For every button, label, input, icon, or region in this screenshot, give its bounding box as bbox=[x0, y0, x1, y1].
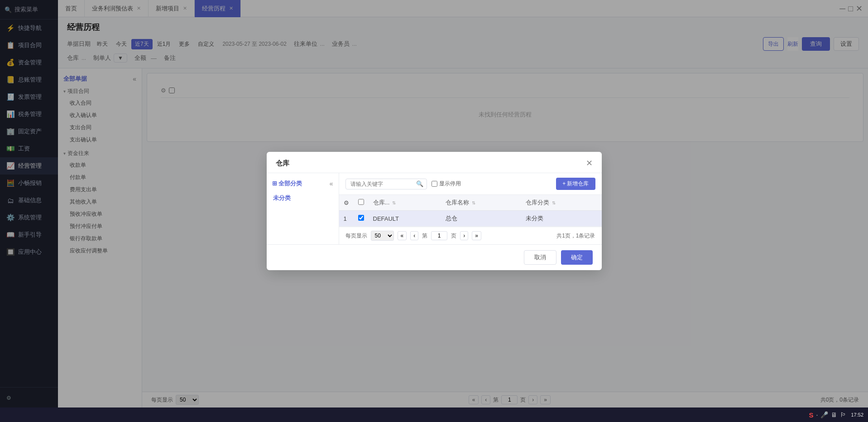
modal-left-header: ⊞ 全部分类 « bbox=[267, 178, 339, 191]
col-settings-icon[interactable]: ⚙ bbox=[344, 199, 349, 206]
modal-header: 仓库 ✕ bbox=[267, 152, 602, 173]
row-id: 1 bbox=[339, 211, 354, 227]
taskbar-icon-screen: 🖥 bbox=[831, 411, 837, 418]
modal-left-item-未分类[interactable]: 未分类 bbox=[267, 191, 339, 205]
modal-title: 仓库 bbox=[276, 159, 289, 168]
modal-search-input[interactable] bbox=[345, 179, 427, 189]
modal-close-btn[interactable]: ✕ bbox=[586, 158, 593, 168]
modal-table-body: 1 DEFAULT 总仓 未分类 bbox=[339, 211, 602, 227]
add-warehouse-btn[interactable]: + 新增仓库 bbox=[556, 178, 595, 190]
row-code: DEFAULT bbox=[369, 211, 441, 227]
taskbar-time: 17:52 bbox=[851, 412, 863, 417]
grid-icon-modal: ⊞ bbox=[272, 180, 277, 187]
taskbar-icon-flag: 🏳 bbox=[840, 411, 846, 418]
search-icon-modal: 🔍 bbox=[416, 180, 423, 187]
modal-left-collapse-btn[interactable]: « bbox=[330, 180, 333, 187]
modal-left-items: 未分类 bbox=[267, 191, 339, 205]
modal-table-head: ⚙ 仓库... ⇅ 仓库名称 ⇅ bbox=[339, 195, 602, 211]
modal-right-panel: 🔍 显示停用 + 新增仓库 ⚙ bbox=[339, 173, 602, 244]
modal-left-all-label[interactable]: ⊞ 全部分类 bbox=[272, 179, 302, 188]
sort-icon-code: ⇅ bbox=[392, 200, 396, 205]
modal-left-panel: ⊞ 全部分类 « 未分类 bbox=[267, 173, 339, 244]
col-settings: ⚙ bbox=[339, 195, 354, 211]
modal-table-row[interactable]: 1 DEFAULT 总仓 未分类 bbox=[339, 211, 602, 227]
taskbar-icon-dot: · bbox=[816, 411, 818, 418]
modal-select-all[interactable] bbox=[358, 199, 364, 205]
row-checkbox-cell[interactable] bbox=[354, 211, 369, 227]
col-name: 仓库名称 ⇅ bbox=[441, 195, 521, 211]
taskbar-icon-mic: 🎤 bbox=[820, 411, 828, 418]
sort-icon-name: ⇅ bbox=[472, 200, 475, 205]
taskbar-icon-s: S bbox=[809, 411, 814, 419]
modal-next-page-btn[interactable]: › bbox=[460, 231, 468, 240]
modal-search-wrapper: 🔍 bbox=[345, 179, 427, 189]
sort-icon-category: ⇅ bbox=[552, 200, 556, 205]
modal-page-label: 第 bbox=[422, 232, 427, 240]
row-category: 未分类 bbox=[521, 211, 601, 227]
modal-footer-bar: 每页显示 50 100 « ‹ 第 页 › » 共1页，1条记录 bbox=[339, 227, 602, 244]
warehouse-modal: 仓库 ✕ ⊞ 全部分类 « 未分类 bbox=[267, 152, 602, 270]
modal-table: ⚙ 仓库... ⇅ 仓库名称 ⇅ bbox=[339, 195, 602, 227]
modal-body: ⊞ 全部分类 « 未分类 🔍 显示停用 bbox=[267, 173, 602, 244]
modal-page-size-select[interactable]: 50 100 bbox=[371, 231, 394, 241]
show-disabled-checkbox[interactable] bbox=[432, 181, 437, 187]
modal-ok-btn[interactable]: 确定 bbox=[561, 250, 593, 265]
modal-page-size-label: 每页显示 bbox=[345, 232, 367, 240]
modal-last-page-btn[interactable]: » bbox=[472, 231, 481, 240]
show-disabled-text: 显示停用 bbox=[439, 180, 461, 188]
modal-overlay: 仓库 ✕ ⊞ 全部分类 « 未分类 bbox=[0, 0, 868, 422]
show-disabled-label[interactable]: 显示停用 bbox=[432, 180, 461, 188]
col-code-label: 仓库... ⇅ bbox=[373, 199, 396, 206]
modal-action-bar: 取消 确定 bbox=[267, 244, 602, 270]
modal-cancel-btn[interactable]: 取消 bbox=[524, 250, 556, 265]
modal-prev-page-btn[interactable]: ‹ bbox=[410, 231, 418, 240]
modal-page-input[interactable] bbox=[431, 231, 447, 240]
row-name: 总仓 bbox=[441, 211, 521, 227]
col-code: 仓库... ⇅ bbox=[369, 195, 441, 211]
col-checkbox bbox=[354, 195, 369, 211]
taskbar: S · 🎤 🖥 🏳 17:52 bbox=[0, 407, 868, 422]
modal-page-suffix: 页 bbox=[451, 232, 456, 240]
modal-table-wrap: ⚙ 仓库... ⇅ 仓库名称 ⇅ bbox=[339, 195, 602, 227]
taskbar-icons: S · 🎤 🖥 🏳 bbox=[809, 411, 847, 419]
col-category-label: 仓库分类 ⇅ bbox=[526, 199, 556, 206]
row-checkbox[interactable] bbox=[358, 215, 364, 221]
col-category: 仓库分类 ⇅ bbox=[521, 195, 601, 211]
modal-table-header-row: ⚙ 仓库... ⇅ 仓库名称 ⇅ bbox=[339, 195, 602, 211]
modal-first-page-btn[interactable]: « bbox=[398, 231, 407, 240]
modal-toolbar: 🔍 显示停用 + 新增仓库 bbox=[339, 173, 602, 195]
col-name-label: 仓库名称 ⇅ bbox=[446, 199, 475, 206]
modal-total: 共1页，1条记录 bbox=[556, 232, 595, 240]
